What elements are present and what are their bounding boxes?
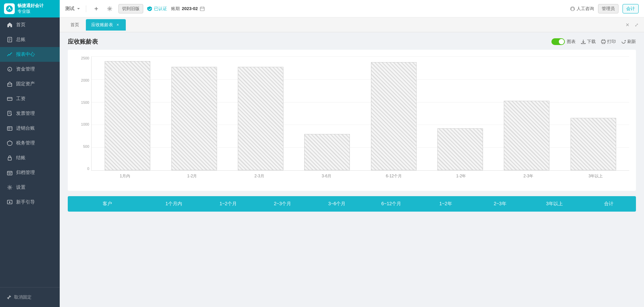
bar-group-3 (228, 56, 293, 170)
user-button[interactable]: 管理员 (598, 4, 619, 13)
bar-3 (238, 67, 283, 170)
bar-6 (437, 128, 483, 170)
settings-topbar-button[interactable] (105, 4, 114, 13)
download-icon (581, 39, 586, 44)
app-logo-icon (4, 3, 15, 14)
pin-button[interactable]: 取消固定 (0, 291, 60, 304)
sidebar-item-guide[interactable]: 新手引导 (0, 195, 60, 210)
role-button[interactable]: 会计 (623, 4, 639, 13)
add-button[interactable] (92, 4, 101, 13)
page-title: 应收账龄表 (68, 38, 98, 46)
print-button[interactable]: 打印 (601, 39, 616, 45)
svg-rect-17 (8, 158, 11, 160)
chart-toggle-group: 图表 (551, 38, 576, 45)
refresh-icon (621, 39, 626, 44)
pin-label: 取消固定 (14, 294, 32, 300)
headset-icon (570, 6, 575, 11)
project-name: 测试 (65, 6, 74, 12)
tax-icon (7, 140, 13, 146)
bar-5 (371, 62, 417, 170)
x-label-1: 1月内 (91, 173, 159, 179)
invoices-icon (7, 111, 13, 117)
tab-home-label: 首页 (70, 22, 79, 28)
app-name: 畅捷通好会计 (17, 3, 44, 9)
svg-rect-20 (9, 173, 11, 174)
app-name-text: 畅捷通好会计 专业版 (17, 3, 44, 14)
archive-icon (7, 170, 13, 176)
tab-close-button[interactable]: × (115, 22, 120, 28)
refresh-button[interactable]: 刷新 (621, 39, 636, 45)
sidebar-item-wages[interactable]: 工资 (0, 91, 60, 106)
svg-point-24 (109, 8, 111, 9)
x-label-8: 3年以上 (562, 173, 630, 179)
sidebar-item-settings[interactable]: 设置 (0, 180, 60, 195)
tabs-bar-right: × ⤢ (626, 22, 639, 28)
th-3-6month: 3~6个月 (310, 196, 364, 212)
sidebar-label-ledger: 总账 (16, 37, 25, 43)
tab-home[interactable]: 首页 (65, 19, 85, 31)
th-client: 客户 (68, 196, 147, 212)
guide-icon (7, 199, 13, 205)
refresh-label: 刷新 (627, 39, 636, 45)
chevron-down-icon (76, 7, 80, 11)
period-selector[interactable]: 账期 2023-02 (171, 6, 205, 12)
sidebar-label-reports: 报表中心 (16, 51, 35, 57)
tab-ar-aging-label: 应收账龄表 (91, 22, 113, 28)
bar-group-8 (561, 56, 626, 170)
bar-group-1 (95, 56, 160, 170)
th-6-12month: 6~12个月 (364, 196, 419, 212)
switch-old-version-button[interactable]: 切到旧版 (118, 4, 143, 13)
chart-toggle[interactable] (551, 38, 565, 45)
sidebar-label-assets: 固定资产 (16, 81, 35, 87)
project-selector[interactable]: 测试 (65, 6, 80, 12)
reports-icon (7, 51, 13, 57)
home-icon (7, 22, 13, 28)
svg-rect-32 (601, 41, 605, 43)
tab-ar-aging[interactable]: 应收账龄表 × (86, 19, 126, 31)
chart-inner (91, 56, 629, 171)
x-label-6: 1-2年 (428, 173, 495, 179)
sidebar-label-invoices: 发票管理 (16, 111, 35, 117)
sidebar-label-home: 首页 (16, 22, 25, 28)
svg-text:¥: ¥ (8, 68, 10, 71)
sidebar-item-assets[interactable]: 固定资产 (0, 77, 60, 91)
sidebar-item-close[interactable]: 结账 (0, 150, 60, 165)
download-label: 下载 (587, 39, 596, 45)
plus-icon (94, 6, 99, 11)
window-close-button[interactable]: × (626, 22, 629, 28)
bar-group-7 (494, 56, 559, 170)
window-expand-button[interactable]: ⤢ (635, 23, 639, 27)
settings-icon (7, 184, 13, 190)
th-3plus-year: 3年以上 (527, 196, 582, 212)
sidebar-item-home[interactable]: 首页 (0, 17, 60, 32)
x-label-5: 6-12个月 (360, 173, 428, 179)
sidebar-item-sales[interactable]: 进销台账 (0, 121, 60, 136)
sidebar-label-archive: 归档管理 (16, 170, 35, 176)
customer-service-button[interactable]: 人工咨询 (570, 6, 594, 12)
sidebar-item-tax[interactable]: 税务管理 (0, 136, 60, 150)
bar-group-6 (428, 56, 493, 170)
bars-container (92, 56, 629, 170)
main-area: 测试 切到旧版 已认证 账期 (60, 0, 644, 307)
sidebar-item-archive[interactable]: 归档管理 (0, 165, 60, 180)
th-1month: 1个月内 (147, 196, 201, 212)
svg-rect-8 (8, 84, 12, 86)
app-version: 专业版 (17, 9, 44, 14)
sidebar-item-reports[interactable]: 报表中心 (0, 47, 60, 62)
bar-group-5 (361, 56, 426, 170)
sidebar-logo: 畅捷通好会计 专业版 (0, 0, 60, 17)
gear-icon (107, 6, 112, 11)
th-1-2month: 1~2个月 (201, 196, 255, 212)
x-label-2: 1-2月 (159, 173, 226, 179)
sidebar-label-sales: 进销台账 (16, 125, 35, 131)
bar-7 (504, 101, 549, 170)
sidebar-item-funds[interactable]: ¥ 资金管理 (0, 62, 60, 77)
period-label-text: 账期 (171, 6, 180, 12)
wages-icon (7, 96, 13, 102)
sidebar-item-ledger[interactable]: 总账 (0, 32, 60, 47)
svg-rect-9 (7, 97, 12, 100)
download-button[interactable]: 下载 (581, 39, 596, 45)
sidebar-item-invoices[interactable]: 发票管理 (0, 106, 60, 121)
shield-icon (147, 6, 153, 11)
bar-2 (171, 67, 217, 170)
